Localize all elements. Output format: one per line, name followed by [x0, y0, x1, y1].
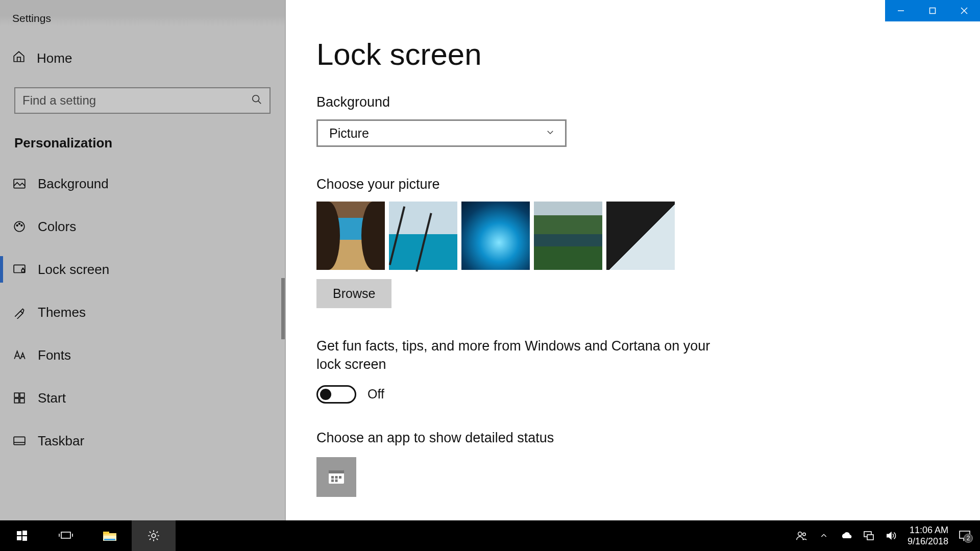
onedrive-icon[interactable]	[840, 530, 852, 542]
svg-rect-24	[335, 476, 338, 479]
taskbar-icon	[12, 434, 27, 447]
sidebar-item-start[interactable]: Start	[0, 377, 285, 419]
svg-rect-1	[930, 8, 936, 14]
start-button[interactable]	[0, 520, 44, 551]
svg-rect-26	[331, 480, 334, 482]
people-icon[interactable]	[795, 530, 807, 542]
svg-rect-32	[61, 532, 70, 538]
svg-rect-23	[331, 476, 334, 479]
background-dropdown[interactable]: Picture	[316, 119, 567, 147]
svg-point-40	[798, 532, 802, 536]
action-center-icon[interactable]: 2	[959, 530, 971, 542]
file-explorer-button[interactable]	[88, 520, 132, 551]
picture-thumbnail[interactable]	[606, 202, 675, 270]
svg-line-5	[258, 101, 261, 104]
svg-rect-22	[329, 470, 344, 473]
svg-rect-19	[14, 437, 25, 444]
sidebar-item-colors[interactable]: Colors	[0, 205, 285, 248]
sidebar-item-label: Start	[38, 390, 66, 406]
content-pane: Lock screen Background Picture Choose yo…	[286, 0, 980, 520]
network-icon[interactable]	[863, 530, 875, 542]
settings-button[interactable]	[132, 520, 176, 551]
picture-thumbnails	[316, 202, 955, 270]
svg-rect-30	[17, 536, 21, 540]
svg-rect-38	[104, 539, 115, 540]
svg-point-4	[253, 95, 259, 102]
svg-rect-17	[14, 398, 19, 403]
svg-rect-43	[867, 535, 873, 540]
lock-screen-icon	[12, 263, 27, 276]
fun-facts-toggle[interactable]	[316, 385, 356, 404]
search-icon	[251, 94, 262, 107]
minimize-button[interactable]	[885, 0, 917, 21]
search-input-container[interactable]	[14, 87, 271, 114]
volume-icon[interactable]	[885, 530, 897, 542]
window-title: Settings	[0, 9, 285, 42]
sidebar-item-label: Fonts	[38, 347, 71, 363]
svg-rect-25	[339, 476, 341, 479]
sidebar-item-themes[interactable]: Themes	[0, 291, 285, 334]
picture-icon	[12, 177, 27, 190]
svg-rect-18	[20, 398, 24, 403]
palette-icon	[12, 220, 27, 233]
sidebar-item-lock-screen[interactable]: Lock screen	[0, 248, 285, 291]
calendar-icon	[326, 466, 347, 488]
svg-rect-16	[20, 393, 24, 397]
choose-picture-label: Choose your picture	[316, 177, 955, 192]
sidebar-scrollbar[interactable]	[281, 278, 285, 339]
svg-point-8	[16, 225, 18, 227]
start-icon	[12, 391, 27, 405]
svg-point-41	[803, 533, 806, 536]
close-button[interactable]	[948, 0, 980, 21]
home-icon	[12, 50, 26, 67]
taskbar-clock[interactable]: 11:06 AM 9/16/2018	[908, 524, 948, 547]
sidebar-item-fonts[interactable]: Fonts	[0, 334, 285, 377]
svg-rect-12	[21, 269, 24, 272]
tray-chevron-icon[interactable]	[818, 530, 830, 542]
svg-rect-15	[14, 393, 19, 397]
browse-button[interactable]: Browse	[316, 279, 391, 308]
svg-rect-29	[22, 531, 27, 535]
detailed-status-label: Choose an app to show detailed status	[316, 430, 955, 446]
sidebar-category: Personalization	[0, 123, 285, 162]
svg-rect-36	[103, 532, 109, 534]
page-title: Lock screen	[316, 37, 955, 72]
taskbar: 11:06 AM 9/16/2018 2	[0, 520, 980, 551]
picture-thumbnail[interactable]	[389, 202, 457, 270]
sidebar-item-label: Themes	[38, 305, 86, 320]
search-input[interactable]	[22, 93, 251, 108]
svg-rect-31	[22, 536, 27, 541]
chevron-down-icon	[546, 128, 555, 139]
picture-thumbnail[interactable]	[316, 202, 385, 270]
task-view-button[interactable]	[44, 520, 88, 551]
sidebar-item-taskbar[interactable]: Taskbar	[0, 419, 285, 462]
svg-point-10	[21, 225, 22, 227]
notification-badge: 2	[964, 534, 973, 543]
sidebar: Settings Home Personalization Background	[0, 0, 286, 520]
sidebar-item-label: Lock screen	[38, 262, 109, 278]
sidebar-home-label: Home	[37, 51, 72, 66]
dropdown-value: Picture	[329, 126, 369, 141]
picture-thumbnail[interactable]	[534, 202, 602, 270]
svg-point-9	[19, 223, 20, 224]
detailed-status-app-tile[interactable]	[316, 457, 356, 497]
fun-facts-toggle-row: Off	[316, 385, 955, 404]
sidebar-item-label: Taskbar	[38, 433, 84, 449]
picture-thumbnail[interactable]	[461, 202, 530, 270]
toggle-state-label: Off	[368, 387, 384, 402]
sidebar-item-background[interactable]: Background	[0, 162, 285, 205]
themes-icon	[12, 306, 27, 319]
clock-time: 11:06 AM	[908, 524, 948, 536]
fun-facts-label: Get fun facts, tips, and more from Windo…	[316, 337, 720, 374]
svg-rect-27	[335, 480, 338, 482]
svg-rect-28	[17, 531, 21, 535]
fonts-icon	[12, 348, 27, 362]
sidebar-item-label: Colors	[38, 219, 76, 235]
clock-date: 9/16/2018	[908, 536, 948, 547]
maximize-button[interactable]	[917, 0, 948, 21]
sidebar-item-label: Background	[38, 176, 109, 192]
taskbar-right: 11:06 AM 9/16/2018 2	[795, 520, 980, 551]
taskbar-left	[0, 520, 176, 551]
sidebar-home[interactable]: Home	[0, 42, 285, 75]
svg-point-39	[152, 534, 156, 538]
